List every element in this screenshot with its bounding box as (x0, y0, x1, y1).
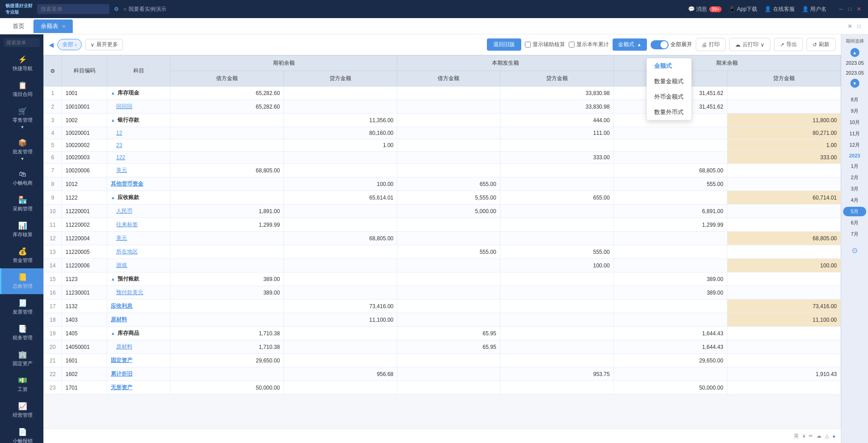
top-search-input[interactable] (37, 4, 109, 14)
period-prev-btn[interactable]: ▲ (850, 48, 859, 57)
refresh-btn[interactable]: ↺ 刷新 (807, 38, 835, 51)
ledger-icon: 📒 (18, 273, 27, 281)
expand-row-icon[interactable]: ▲ (111, 91, 115, 95)
month-sep[interactable]: 9月 (843, 106, 866, 116)
sidebar-item-project[interactable]: 📋 项目合同 (0, 76, 43, 102)
row-index: 4 (44, 127, 62, 139)
minimize-btn[interactable]: ─ (837, 5, 844, 13)
expand-more-btn[interactable]: ∨ 展开更多 (85, 39, 123, 50)
online-service-btn[interactable]: 👤 在线客服 (764, 5, 794, 13)
row-subject[interactable]: 所在地区 (107, 245, 170, 259)
row-code: 1601 (62, 354, 107, 367)
period-end[interactable]: 2023.05 (843, 69, 866, 77)
sidebar-item-tax[interactable]: 📑 税务管理 (0, 320, 43, 346)
tab-home[interactable]: 首页 (5, 19, 32, 33)
filter-tag[interactable]: 全部 › (57, 39, 82, 50)
expand-row-icon[interactable]: ▲ (111, 195, 115, 200)
sidebar-item-retail[interactable]: 🛒 零售管理 ▼ (0, 102, 43, 134)
sidebar-item-ops[interactable]: 📈 经营管理 (0, 397, 43, 423)
tab-balance[interactable]: 余额表 ✕ (33, 19, 73, 33)
month-feb[interactable]: 2月 (843, 173, 866, 182)
month-jan[interactable]: 1月 (843, 162, 866, 171)
settings-icon[interactable]: ⚙ (114, 6, 119, 12)
sidebar-item-asset[interactable]: 🏢 固定资产 (0, 346, 43, 372)
expand-all-toggle[interactable] (651, 40, 669, 49)
row-subject[interactable]: 人民币 (107, 205, 170, 218)
show-assist-checkbox[interactable]: 显示辅助核算 (525, 41, 565, 48)
bottom-upload-icon[interactable]: △ (825, 433, 829, 439)
row-subject[interactable]: 往来标签 (107, 218, 170, 232)
month-oct[interactable]: 10月 (843, 118, 866, 127)
export-btn[interactable]: ↗ 导出 (774, 38, 803, 51)
msg-btn[interactable]: 💬 消息 99+ (688, 5, 722, 13)
expand-row-icon[interactable]: ▲ (111, 276, 115, 281)
bottom-lang-btn[interactable]: 英 (794, 433, 799, 439)
row-subject[interactable]: 固定资产 (107, 354, 170, 367)
row-subject[interactable]: 累计折旧 (107, 367, 170, 381)
app-download-btn[interactable]: 📱 App下载 (729, 5, 757, 13)
print-btn[interactable]: 🖨 打印 (696, 38, 726, 51)
month-nov[interactable]: 11月 (843, 129, 866, 138)
show-year-checkbox[interactable]: 显示本年累计 (569, 41, 609, 48)
month-mar[interactable]: 3月 (843, 184, 866, 194)
period-start[interactable]: 2023.05 (843, 59, 866, 67)
bottom-edit-icon[interactable]: ✏ (809, 433, 813, 439)
row-subject[interactable]: 原材料 (107, 340, 170, 354)
row-subject[interactable]: 122 (107, 152, 170, 164)
month-aug[interactable]: 8月 (843, 95, 866, 105)
sidebar-item-payroll[interactable]: 💵 工资 (0, 372, 43, 397)
sidebar-item-ledger[interactable]: 📒 总账管理 (0, 268, 43, 294)
return-old-btn[interactable]: 退回旧版 (487, 38, 521, 51)
sidebar-item-report[interactable]: 📄 小畅报销 (0, 423, 43, 443)
sidebar-item-purchase[interactable]: 🏪 采购管理 (0, 191, 43, 217)
year-checkbox-input[interactable] (569, 42, 575, 48)
row-subject[interactable]: 美元 (107, 164, 170, 177)
mode-option-foreign-amount[interactable]: 外币金额式 (647, 89, 691, 105)
month-jul[interactable]: 7月 (843, 229, 866, 239)
row-subject[interactable]: 23 (107, 139, 170, 152)
tab-close-btn[interactable]: ✕ (846, 23, 854, 30)
row-subject[interactable]: 美元 (107, 232, 170, 245)
bottom-cloud-icon[interactable]: ☁ (816, 433, 821, 439)
row-subject[interactable]: 原材料 (107, 313, 170, 327)
settings-col-icon[interactable]: ⚙ (50, 68, 55, 74)
period-next-btn[interactable]: ▼ (850, 79, 859, 88)
close-btn[interactable]: ✕ (855, 5, 863, 13)
tab-close-icon[interactable]: ✕ (62, 24, 66, 29)
assist-checkbox-input[interactable] (525, 42, 531, 48)
sidebar: ⚡ 快捷导航 📋 项目合同 🛒 零售管理 ▼ 📦 批发管理 ▼ 🛍 小畅电商 🏪… (0, 34, 43, 443)
sidebar-item-ecommerce[interactable]: 🛍 小畅电商 (0, 166, 43, 191)
month-jun[interactable]: 6月 (843, 218, 866, 228)
row-subject[interactable]: 应收利息 (107, 300, 170, 313)
expand-row-icon[interactable]: ▲ (111, 331, 115, 336)
sidebar-item-inventory[interactable]: 📊 库存核算 (0, 217, 43, 243)
period-more-icon[interactable]: ⊙ (852, 246, 858, 255)
sidebar-item-invoice[interactable]: 🧾 发票管理 (0, 294, 43, 320)
mode-toggle-btn[interactable]: 金额式 ▲ (613, 38, 647, 51)
month-may[interactable]: 5月 (843, 207, 866, 216)
sidebar-item-quicknav[interactable]: ⚡ 快捷导航 (0, 51, 43, 76)
row-subject[interactable]: 预付款美元 (107, 286, 170, 300)
sidebar-item-finance[interactable]: 💰 资金管理 (0, 243, 43, 268)
demo-link[interactable]: ○ 我要看实例演示 (123, 5, 166, 13)
row-subject[interactable]: 其他货币资金 (107, 177, 170, 191)
row-subject[interactable]: 回回回 (107, 100, 170, 114)
row-debit-end: 50,000.00 (613, 381, 727, 395)
cloud-print-btn[interactable]: ☁ 云打印 ∨ (729, 38, 770, 51)
tab-restore-btn[interactable]: □ (855, 23, 863, 30)
mode-option-amount[interactable]: 金额式 (647, 58, 691, 74)
row-subject[interactable]: 12 (107, 127, 170, 139)
row-subject[interactable]: 无形资产 (107, 381, 170, 395)
row-subject[interactable]: 游戏 (107, 259, 170, 272)
cloud-print-icon: ☁ (735, 42, 741, 48)
sidebar-item-wholesale[interactable]: 📦 批发管理 ▼ (0, 134, 43, 166)
expand-row-icon[interactable]: ▲ (111, 118, 115, 123)
month-dec[interactable]: 12月 (843, 140, 866, 150)
mode-option-qty-foreign[interactable]: 数量外币式 (647, 105, 691, 120)
month-apr[interactable]: 4月 (843, 195, 866, 205)
mode-option-qty-amount[interactable]: 数量金额式 (647, 74, 691, 89)
sidebar-search-input[interactable] (4, 38, 40, 47)
th-settings[interactable]: ⚙ (44, 56, 62, 86)
maximize-btn[interactable]: □ (846, 5, 854, 13)
user-avatar[interactable]: 👤 用户名 (802, 5, 826, 13)
